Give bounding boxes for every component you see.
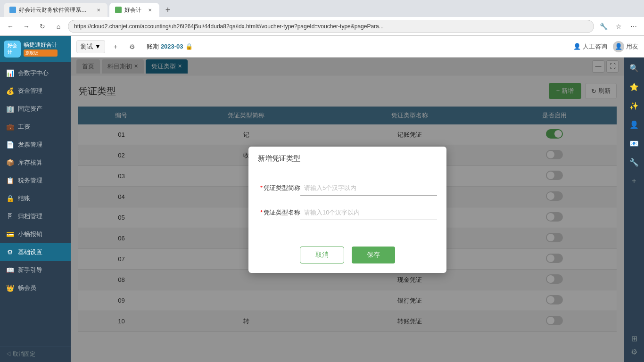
topbar-right: 👤 人工咨询 👤 用友 — [573, 41, 638, 52]
settings-panel-icon[interactable]: ⚙ — [627, 345, 641, 358]
more-button[interactable]: ⋯ — [627, 20, 640, 33]
main-area: 测试 ▼ + ⚙ 账期 2023-03 🔒 👤 人工咨询 👤 用友 — [71, 36, 644, 362]
sidebar-item-inventory[interactable]: 📦 库存核算 — [0, 154, 71, 172]
dashboard-icon: 📊 — [6, 69, 14, 77]
sidebar-logo: 好会计 畅捷通好合计 旗舰版 — [0, 36, 71, 62]
tab-close-2[interactable]: ✕ — [146, 6, 154, 14]
sidebar-item-label-funds: 资金管理 — [18, 87, 42, 95]
modal-footer: 取消 保存 — [248, 241, 446, 273]
modal-body: 凭证类型简称 凭证类型名称 — [248, 169, 446, 241]
tab-title-2: 好会计 — [124, 6, 141, 14]
sidebar: 好会计 畅捷通好合计 旗舰版 📊 会数字中心 💰 资金管理 🏢 固定资产 💼 工… — [0, 36, 71, 362]
user-panel-icon[interactable]: 👤 — [627, 118, 641, 131]
sidebar-item-label-member: 畅会员 — [18, 284, 36, 292]
archive-icon: 🗄 — [6, 212, 14, 221]
sidebar-item-label-settings: 基础设置 — [18, 248, 42, 256]
logo-icon: 好会计 — [4, 41, 21, 58]
sidebar-item-tax[interactable]: 📋 税务管理 — [0, 172, 71, 189]
user-avatar: 👤 — [613, 41, 624, 52]
gear-icon[interactable]: ⚙ — [126, 40, 139, 53]
period-label: 账期 — [147, 42, 159, 51]
sidebar-item-label-tax: 税务管理 — [18, 176, 42, 185]
expense-icon: 💳 — [6, 230, 14, 239]
tool-panel-icon[interactable]: 🔧 — [627, 156, 641, 169]
browser-action-icons: 🔧 ☆ ⋯ — [597, 20, 640, 33]
star-panel-icon[interactable]: ⭐ — [627, 80, 641, 93]
sidebar-item-fixed-assets[interactable]: 🏢 固定资产 — [0, 100, 71, 118]
checkout-icon: 🔒 — [6, 194, 14, 203]
sidebar-item-label-invoice: 发票管理 — [18, 140, 42, 149]
cancel-button[interactable]: 取消 — [300, 247, 344, 263]
guide-icon: 📖 — [6, 266, 14, 274]
settings-icon: ⚙ — [6, 248, 14, 256]
sidebar-item-settings[interactable]: ⚙ 基础设置 — [0, 243, 71, 261]
sidebar-item-label-payroll: 工资 — [18, 123, 30, 131]
browser-tab-1[interactable]: 好会计云财务软件管理系统_会计 ✕ — [4, 3, 107, 17]
tab-favicon-1 — [9, 7, 16, 13]
sidebar-item-label-guide: 新手引导 — [18, 266, 42, 274]
sidebar-item-checkout[interactable]: 🔒 结账 — [0, 189, 71, 207]
back-button[interactable]: ← — [4, 20, 17, 33]
inventory-icon: 📦 — [6, 158, 14, 167]
browser-tab-2[interactable]: 好会计 ✕ — [109, 3, 159, 17]
tab-favicon-2 — [115, 7, 122, 13]
member-icon: 👑 — [6, 284, 14, 292]
abbr-input[interactable] — [300, 181, 437, 196]
address-input[interactable] — [68, 20, 594, 33]
sidebar-item-dashboard[interactable]: 📊 会数字中心 — [0, 64, 71, 82]
fixed-assets-icon: 🏢 — [6, 105, 14, 113]
consult-button[interactable]: 👤 人工咨询 — [573, 42, 607, 51]
grid-panel-icon[interactable]: ⊞ — [627, 332, 641, 345]
modal-header: 新增凭证类型 — [248, 147, 446, 169]
sidebar-item-label-archive: 归档管理 — [18, 212, 42, 221]
sidebar-item-label-expense: 小畅报销 — [18, 230, 42, 239]
home-button[interactable]: ⌂ — [52, 20, 65, 33]
tab-close-1[interactable]: ✕ — [95, 6, 102, 14]
reload-button[interactable]: ↻ — [36, 20, 49, 33]
sidebar-item-member[interactable]: 👑 畅会员 — [0, 279, 71, 297]
company-selector[interactable]: 测试 ▼ — [76, 40, 105, 53]
plus-panel-icon[interactable]: + — [627, 174, 641, 188]
consult-icon: 👤 — [573, 43, 581, 50]
new-tab-button[interactable]: + — [161, 3, 174, 16]
sidebar-item-archive[interactable]: 🗄 归档管理 — [0, 207, 71, 225]
logo-text: 畅捷通好合计 — [24, 41, 58, 49]
user-info[interactable]: 👤 用友 — [613, 41, 638, 52]
panel-bottom-icons: ⊞ ⚙ — [627, 332, 641, 358]
company-name: 测试 — [81, 42, 93, 51]
modal-overlay: 新增凭证类型 凭证类型简称 凭证类型名称 — [71, 58, 624, 362]
sidebar-item-invoice[interactable]: 📄 发票管理 — [0, 136, 71, 154]
sidebar-item-label-dashboard: 会数字中心 — [18, 69, 49, 77]
sidebar-menu: 📊 会数字中心 💰 资金管理 🏢 固定资产 💼 工资 📄 发票管理 📦 — [0, 62, 71, 346]
period-value: 2023-03 — [161, 43, 183, 50]
logo-badge: 旗舰版 — [24, 49, 58, 57]
sidebar-item-expense[interactable]: 💳 小畅报销 — [0, 225, 71, 243]
extensions-button[interactable]: 🔧 — [597, 20, 610, 33]
ai-panel-icon[interactable]: ✨ — [627, 99, 641, 112]
company-dropdown-icon: ▼ — [95, 43, 101, 50]
search-panel-icon[interactable]: 🔍 — [627, 61, 641, 74]
sidebar-item-payroll[interactable]: 💼 工资 — [0, 118, 71, 136]
outlook-panel-icon[interactable]: 📧 — [627, 137, 641, 150]
period-info: 账期 2023-03 🔒 — [147, 42, 193, 51]
forward-button[interactable]: → — [20, 20, 33, 33]
payroll-icon: 💼 — [6, 123, 14, 131]
sidebar-item-funds[interactable]: 💰 资金管理 — [0, 82, 71, 100]
right-panel: 🔍 ⭐ ✨ 👤 📧 🔧 + ⊞ ⚙ — [624, 58, 644, 362]
topbar: 测试 ▼ + ⚙ 账期 2023-03 🔒 👤 人工咨询 👤 用友 — [71, 36, 644, 58]
main-content: 首页 科目期初 ✕ 凭证类型 ✕ — ⛶ — [71, 58, 624, 362]
sidebar-item-guide[interactable]: 📖 新手引导 — [0, 261, 71, 279]
consult-label: 人工咨询 — [583, 42, 607, 51]
company-settings-icon[interactable]: + — [109, 40, 122, 53]
tax-icon: 📋 — [6, 176, 14, 185]
favorites-button[interactable]: ☆ — [612, 20, 625, 33]
cancel-pin-button[interactable]: ◁ 取消固定 — [0, 346, 71, 362]
form-label-abbr: 凭证类型简称 — [258, 184, 300, 192]
form-row-abbr: 凭证类型简称 — [258, 181, 437, 196]
sidebar-item-label-inventory: 库存核算 — [18, 158, 42, 167]
tab-title-1: 好会计云财务软件管理系统_会计 — [19, 6, 91, 14]
invoice-icon: 📄 — [6, 140, 14, 149]
name-input[interactable] — [300, 205, 437, 220]
save-button[interactable]: 保存 — [352, 247, 395, 263]
add-voucher-modal: 新增凭证类型 凭证类型简称 凭证类型名称 — [248, 147, 446, 273]
